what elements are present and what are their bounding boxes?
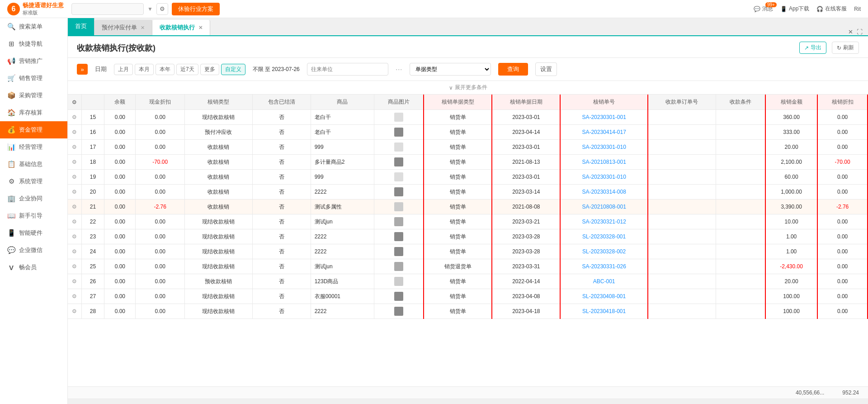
partner-input[interactable] [307,63,388,76]
td-cancel-amount: 100.00 [765,289,817,304]
td-receipt-order-no [648,110,716,125]
sidebar-item-label: 经营管理 [19,143,42,151]
sidebar-item-search[interactable]: 🔍 搜索菜单 [0,18,67,35]
date-btn-last-month[interactable]: 上月 [114,64,133,75]
sidebar-item-system[interactable]: ⚙ 系统管理 [0,173,67,190]
td-cancel-type: 现结收款核销 [185,244,252,259]
td-balance: 0.00 [104,155,136,170]
sidebar-item-hardware[interactable]: 📱 智能硬件 [0,224,67,242]
sidebar-item-member[interactable]: V 畅会员 [0,259,67,276]
doc-type-select[interactable]: 单据类型 [410,63,491,76]
maximize-icon[interactable]: ⛶ [857,29,863,35]
sidebar-item-label: 营销推广 [19,57,42,65]
date-btn-this-month[interactable]: 本月 [135,64,154,75]
home-tab-label: 首页 [75,22,87,30]
sidebar-item-purchase[interactable]: 📦 采购管理 [0,87,67,104]
td-num: 21 [81,200,104,214]
sidebar-item-guide[interactable]: 📖 新手引导 [0,207,67,224]
td-goods: 测试jun [311,214,374,229]
td-cancel-discount: 0.00 [817,125,868,140]
refresh-btn[interactable]: ↻ 刷新 [832,42,859,54]
industry-btn[interactable]: 休验行业方案 [172,3,220,15]
date-btn-7days[interactable]: 近7天 [176,64,198,75]
sidebar-item-label: 搜索菜单 [19,23,42,31]
sidebar-item-sales[interactable]: 🛒 销售管理 [0,70,67,87]
td-goods: 衣服00001 [311,289,374,304]
corp-icon: 🏢 [7,195,15,203]
sidebar-item-finance[interactable]: 💰 资金管理 [0,121,67,138]
td-gear: ⚙ [68,274,81,289]
app-download-btn[interactable]: 📱 App下载 [780,5,809,13]
td-cancel-doc-no: SA-20230301-010 [560,140,648,155]
td-cancel-discount: 0.00 [817,170,868,185]
td-balance: 0.00 [104,244,136,259]
table-row: ⚙ 22 0.00 0.00 现结收款核销 否 测试jun 销货单 2023-0… [68,214,868,229]
top-search-input[interactable] [71,3,144,15]
prepay-tab-close[interactable]: ✕ [141,25,145,31]
user-btn[interactable]: Rit [854,6,861,12]
td-cash-discount: 0.00 [136,259,185,274]
sidebar-item-base[interactable]: 📋 基础信息 [0,156,67,173]
query-btn[interactable]: 查询 [498,63,528,76]
tab-receipt[interactable]: 收款核销执行 ✕ [152,20,210,35]
sidebar-item-operation[interactable]: 📊 经营管理 [0,138,67,156]
export-btn[interactable]: ↗ 导出 [799,42,826,54]
prepay-tab-label: 预付冲应付单 [102,24,137,32]
td-cash-discount: 0.00 [136,229,185,244]
filter-row: » 日期 上月 本月 本年 近7天 更多 自定义 不限 至 2023-07-26 [77,62,859,76]
horizontal-scrollbar[interactable] [68,399,868,404]
table-row: ⚙ 28 0.00 0.00 现结收款核销 否 2222 销货单 2023-04… [68,304,868,319]
td-cancel-doc-no: SL-20230408-001 [560,289,648,304]
td-goods-img [374,274,424,289]
tab-prepay[interactable]: 预付冲应付单 ✕ [94,20,152,35]
receipt-tab-close[interactable]: ✕ [198,25,203,31]
sidebar-item-wechat[interactable]: 💬 企业微信 [0,242,67,259]
settings-icon[interactable]: ⚙ [156,3,168,15]
td-goods: 老白干 [311,110,374,125]
td-cancel-doc-type: 销货单 [424,200,492,214]
td-num: 24 [81,244,104,259]
sidebar-item-quicknav[interactable]: ⊞ 快捷导航 [0,35,67,52]
settings-btn[interactable]: 设置 [535,62,557,76]
td-cancel-amount: -2,430.00 [765,259,817,274]
tab-home[interactable]: 首页 [68,18,94,35]
td-include-settled: 否 [252,200,311,214]
sidebar-item-label: 快捷导航 [19,40,42,48]
page-header: 收款核销执行(按收款) ↗ 导出 ↻ 刷新 [68,36,868,58]
td-receipt-order-no [648,274,716,289]
date-btn-this-year[interactable]: 本年 [156,64,175,75]
td-goods-img [374,229,424,244]
td-cancel-discount: 0.00 [817,140,868,155]
td-goods-img [374,170,424,185]
chevron-down-icon: ▼ [147,6,153,12]
message-btn[interactable]: 💬 消息 99+ [754,5,773,13]
td-receipt-condition [716,259,765,274]
table-row: ⚙ 17 0.00 0.00 收款核销 否 999 销货单 2023-03-01… [68,140,868,155]
expand-btn[interactable]: ∨ 展开更多条件 [449,84,487,91]
date-btn-custom[interactable]: 自定义 [221,64,245,75]
td-cancel-doc-no: SA-20210808-001 [560,200,648,214]
filter-collapse-btn[interactable]: » [77,64,88,75]
sidebar-item-inventory[interactable]: 🏠 库存核算 [0,104,67,121]
sidebar-item-corp[interactable]: 🏢 企业协同 [0,190,67,207]
service-btn[interactable]: 🎧 在线客服 [816,5,847,13]
table-wrapper[interactable]: ⚙ 余额 现金折扣 核销类型 包含已结清 商品 商品图片 核销单据类型 核销单据… [68,95,868,386]
td-cancel-discount: 0.00 [817,274,868,289]
td-cancel-doc-date: 2023-03-01 [492,110,560,125]
td-cancel-discount: 0.00 [817,304,868,319]
service-icon: 🎧 [816,6,823,12]
td-cancel-doc-date: 2022-04-14 [492,274,560,289]
table-footer: 40,556,66... 952.24 [68,386,868,399]
td-cancel-doc-date: 2023-04-14 [492,125,560,140]
close-window-icon[interactable]: ✕ [848,29,853,35]
td-goods: 2222 [311,229,374,244]
td-cancel-amount: 1,000.00 [765,185,817,200]
date-btn-more[interactable]: 更多 [200,64,219,75]
td-balance: 0.00 [104,200,136,214]
main-layout: 🔍 搜索菜单 ⊞ 快捷导航 📢 营销推广 🛒 销售管理 📦 采购管理 🏠 库存核… [0,18,868,404]
td-goods: 123D商品 [311,274,374,289]
sidebar-item-marketing[interactable]: 📢 营销推广 [0,52,67,70]
app-logo: 6 畅捷通谱好生意 标准版 [7,1,66,16]
sidebar-item-label: 企业微信 [19,246,42,254]
sidebar-item-label: 系统管理 [19,177,42,185]
